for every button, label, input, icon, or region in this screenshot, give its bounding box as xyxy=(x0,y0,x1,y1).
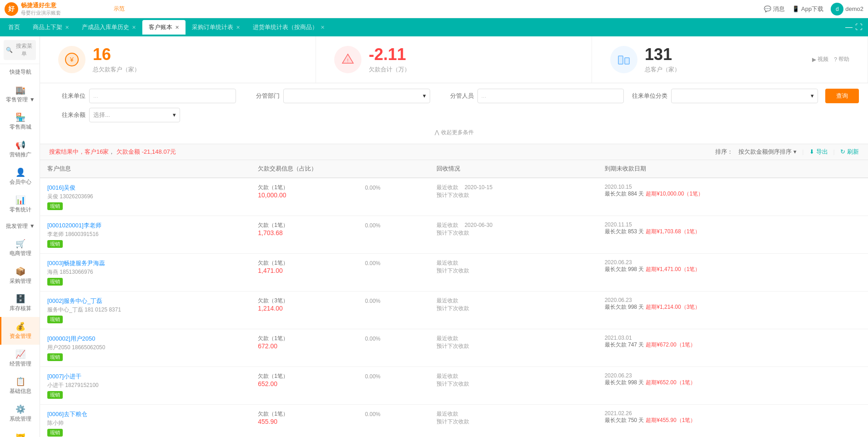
sidebar-item-batch-mgmt[interactable]: 批发管理 ▼ xyxy=(0,218,40,235)
amount-text: 欠款金额 -21,148.07元 xyxy=(116,148,176,155)
sidebar-item-ops-label: 经营管理 xyxy=(10,361,31,368)
export-label: 导出 xyxy=(816,148,828,156)
sidebar-item-system[interactable]: ⚙️ 系统管理 xyxy=(0,400,40,427)
customer-phone: 服务中心_丁磊 181 0125 8371 xyxy=(47,306,243,314)
debt-percent: 0.00% xyxy=(365,373,422,380)
due-date: 2020.10.15 xyxy=(605,184,861,190)
unit-category-input[interactable]: ▾ xyxy=(671,89,818,103)
sidebar-item-retail-mgmt[interactable]: 🏬 零售管理 ▼ xyxy=(0,80,40,108)
video-btn[interactable]: ▶视频 xyxy=(812,55,828,63)
overdue-days: 最长欠款 998 天 xyxy=(605,303,644,311)
chevron-down-icon: ▾ xyxy=(811,92,814,99)
from-unit-filter: 往来单位 ... xyxy=(49,89,236,103)
overdue-amount[interactable]: 超期¥10,000.00（1笔） xyxy=(646,190,703,198)
table-row: [0006]去下粮仓 陈小帅 现销 欠款（1笔） 455.90 0.00% 最近… xyxy=(40,404,868,437)
minimize-icon[interactable]: — xyxy=(845,23,853,31)
overdue-amount[interactable]: 超期¥652.00（1笔） xyxy=(646,379,696,387)
overdue-amount[interactable]: 超期¥1,214.00（3笔） xyxy=(646,303,700,311)
overdue-amount[interactable]: 超期¥1,703.68（1笔） xyxy=(646,228,700,236)
filter-area: 往来单位 ... 分管部门 ▾ 分管人员 xyxy=(40,83,868,144)
tab-home[interactable]: 首页 xyxy=(2,20,26,35)
tab-home-label: 首页 xyxy=(8,23,20,31)
ops-icon: 📈 xyxy=(15,349,25,359)
due-date-cell: 2021.02.26 最长欠款 750 天 超期¥455.90（1笔） xyxy=(597,404,868,437)
filter-collapse: ⋀ 收起更多条件 xyxy=(49,127,859,138)
tab-customer-account[interactable]: 客户账本 ✕ xyxy=(142,20,186,35)
customer-name-link[interactable]: [0001020001]李老师 xyxy=(47,222,101,229)
tab-product-shelf-label: 商品上下架 xyxy=(33,23,62,31)
tab-product-history[interactable]: 产成品入库单历史 ✕ xyxy=(75,20,142,35)
tab-customer-account-label: 客户账本 xyxy=(149,23,172,31)
customer-info-cell: [0016]吴俊 吴俊 13026203696 现销 xyxy=(40,178,251,216)
overdue-days: 最长欠款 750 天 xyxy=(605,417,644,424)
dept-input[interactable]: ▾ xyxy=(283,89,430,103)
demo-label[interactable]: 示范 xyxy=(114,5,125,13)
sidebar-item-purchase[interactable]: 📦 采购管理 xyxy=(0,262,40,290)
sidebar-item-enterprise-coop[interactable]: 🤝 企业协同 xyxy=(0,427,40,437)
sidebar-item-basic-info-label: 基础信息 xyxy=(10,388,31,395)
manager-placeholder: ... xyxy=(482,92,487,99)
balance-input[interactable]: 选择... ▾ xyxy=(89,108,180,122)
sidebar-item-ops[interactable]: 📈 经营管理 xyxy=(0,345,40,372)
sidebar-item-basic-info[interactable]: 📋 基础信息 xyxy=(0,372,40,400)
user-avatar[interactable]: d demo2 xyxy=(831,3,863,15)
app-download-btn[interactable]: 📱 App下载 xyxy=(792,5,823,13)
manager-input[interactable]: ... xyxy=(477,89,624,103)
customer-name-link[interactable]: [0002]服务中心_丁磊 xyxy=(47,297,102,304)
last-payment: 最近收款 xyxy=(437,259,590,267)
top-bar-right: 💬 消息 📱 App下载 d demo2 xyxy=(764,3,863,15)
close-icon[interactable]: ✕ xyxy=(236,25,240,30)
chevron-down-icon: ▾ xyxy=(173,111,176,118)
last-payment: 最近收款 xyxy=(437,410,590,418)
close-icon[interactable]: ✕ xyxy=(65,25,69,30)
sidebar-item-ecom[interactable]: 🛒 电商管理 xyxy=(0,234,40,262)
maximize-icon[interactable]: ⛶ xyxy=(855,23,863,31)
customer-name-link[interactable]: [0003]畅捷服务尹海蕊 xyxy=(47,260,105,266)
tab-product-shelf[interactable]: 商品上下架 ✕ xyxy=(26,20,75,35)
customer-name-link[interactable]: [000002]用户2050 xyxy=(47,335,95,342)
overdue-info: 最长欠款 853 天 超期¥1,703.68（1笔） xyxy=(605,228,861,236)
customer-name-link[interactable]: [0007]小进干 xyxy=(47,373,81,380)
debt-percent: 0.00% xyxy=(365,222,422,229)
sidebar-item-retail-stats[interactable]: 📊 零售统计 xyxy=(0,191,40,218)
sidebar-item-retail-store[interactable]: 🏪 零售商城 xyxy=(0,108,40,136)
overdue-amount[interactable]: 超期¥1,471.00（1笔） xyxy=(646,266,700,273)
message-btn[interactable]: 💬 消息 xyxy=(764,5,785,13)
customer-name-link[interactable]: [0006]去下粮仓 xyxy=(47,411,87,417)
sidebar-item-finance[interactable]: 💰 资金管理 xyxy=(0,317,40,345)
overdue-amount[interactable]: 超期¥455.90（1笔） xyxy=(646,417,696,424)
close-icon[interactable]: ✕ xyxy=(132,25,136,30)
customer-phone: 李老师 18600391516 xyxy=(47,231,243,238)
last-payment: 最近收款 xyxy=(437,372,590,380)
search-menu-btn[interactable]: 🔍 搜索菜单 xyxy=(4,40,36,60)
close-icon[interactable]: ✕ xyxy=(321,25,325,30)
debt-percent-cell: 0.00% xyxy=(358,178,430,216)
from-unit-input[interactable]: ... xyxy=(89,89,236,103)
sort-value: 按欠款金额倒序排序 xyxy=(738,148,792,156)
refresh-btn[interactable]: ↻ 刷新 xyxy=(840,148,859,156)
chevron-down-icon: ▾ xyxy=(793,148,797,155)
overdue-info: 最长欠款 750 天 超期¥455.90（1笔） xyxy=(605,417,861,424)
customer-tag: 现销 xyxy=(47,391,63,399)
last-payment: 最近收款 xyxy=(437,335,590,342)
due-date-cell: 2020.06.23 最长欠款 998 天 超期¥652.00（1笔） xyxy=(597,367,868,404)
debt-amount: 1,214.00 xyxy=(258,305,351,312)
close-icon[interactable]: ✕ xyxy=(175,25,179,30)
sidebar-item-inventory[interactable]: 🗄️ 库存核算 xyxy=(0,289,40,317)
divider: | xyxy=(833,148,835,155)
tab-purchase-order[interactable]: 采购订单统计表 ✕ xyxy=(186,20,246,35)
export-btn[interactable]: ⬇ 导出 xyxy=(809,148,828,156)
overdue-amount[interactable]: 超期¥672.00（1笔） xyxy=(646,341,696,349)
sort-select[interactable]: 按欠款金额倒序排序 ▾ xyxy=(738,148,797,156)
collapse-btn[interactable]: ⋀ 收起更多条件 xyxy=(435,129,474,136)
tab-inventory-stats[interactable]: 进货单统计表（按商品） ✕ xyxy=(246,20,331,35)
system-icon: ⚙️ xyxy=(15,404,25,414)
next-payment: 预计下次收款 xyxy=(437,418,590,426)
table-row: [0007]小进干 小进干 18279152100 现销 欠款（1笔） 652.… xyxy=(40,367,868,404)
customer-name-link[interactable]: [0016]吴俊 xyxy=(47,184,75,191)
sidebar-item-marketing[interactable]: 📢 营销推广 xyxy=(0,136,40,163)
sidebar-item-purchase-label: 采购管理 xyxy=(10,278,31,285)
search-btn[interactable]: 查询 xyxy=(825,89,859,103)
help-btn[interactable]: ?帮助 xyxy=(834,55,849,63)
sidebar-item-member[interactable]: 👤 会员中心 xyxy=(0,163,40,191)
